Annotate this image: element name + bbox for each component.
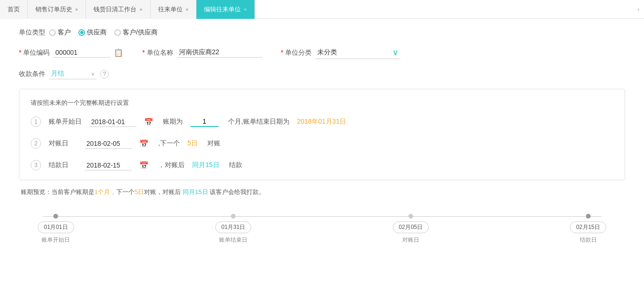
timeline-node-1-dot: [53, 214, 58, 219]
timeline-node-3-dot: [408, 214, 413, 219]
payment-condition-dropdown[interactable]: 月结 ∨: [49, 68, 96, 79]
unit-type-row: 单位类型 客户 供应商 客户/供应商: [19, 28, 625, 37]
payment-condition-label: 收款条件: [19, 70, 45, 78]
step-1-period-input[interactable]: [190, 117, 219, 127]
radio-supplier-label: 供应商: [87, 28, 107, 37]
timeline-node-3-badge: 02月05日: [393, 221, 429, 233]
unit-category-arrow: ∨: [392, 47, 398, 58]
tab-partner-list-label: 往来单位: [158, 5, 183, 14]
step-2-desc-prefix: ,下一个: [158, 139, 180, 148]
payment-condition-row: 收款条件 月结 ∨ ?: [19, 68, 625, 79]
step-1-row: 1 账单开始日 📅 账期为 个月,账单结束日期为 2018年01月31日: [31, 117, 613, 127]
unit-category-value: 未分类: [317, 48, 392, 57]
timeline-node-2-badge: 01月31日: [215, 221, 252, 233]
preview-highlight3: 同月15日: [183, 188, 208, 195]
radio-supplier-circle: [78, 29, 85, 36]
step-2-desc-suffix: 对账: [207, 139, 220, 148]
unit-name-field: 单位名称: [142, 48, 262, 58]
tab-edit-partner-close[interactable]: ×: [244, 7, 246, 12]
radio-group: 客户 供应商 客户/供应商: [49, 28, 158, 37]
timeline-node-1: 01月01日 账单开始日: [38, 206, 74, 244]
payment-condition-field: 收款条件 月结 ∨ ?: [19, 68, 109, 79]
unit-type-label: 单位类型: [19, 28, 45, 37]
radio-customer-label: 客户: [58, 28, 71, 37]
radio-both-circle: [114, 29, 121, 36]
unit-category-field: 单位分类 未分类 ∨: [281, 46, 400, 59]
timeline-node-4-dot: [586, 214, 591, 219]
main-content: 单位类型 客户 供应商 客户/供应商 单位编码 📋: [0, 19, 644, 287]
step-2-highlight: 5日: [187, 139, 198, 148]
payment-condition-value: 月结: [51, 69, 89, 78]
unit-category-label: 单位分类: [281, 49, 312, 57]
unit-code-field: 单位编码 📋: [19, 48, 123, 58]
tab-home[interactable]: 首页: [0, 0, 28, 19]
timeline-node-3: 02月05日 对账日: [393, 206, 429, 244]
radio-both[interactable]: 客户/供应商: [114, 28, 158, 37]
step-2-label: 对账日: [49, 139, 77, 148]
step-2-num: 2: [31, 138, 41, 149]
preview-highlight1: 1个月，: [94, 188, 116, 195]
tab-edit-partner[interactable]: 编辑往来单位 ×: [196, 0, 254, 19]
tab-sales-history-label: 销售订单历史: [35, 5, 72, 14]
radio-supplier[interactable]: 供应商: [78, 28, 107, 37]
radio-both-label: 客户/供应商: [123, 28, 158, 37]
unit-code-icon[interactable]: 📋: [114, 48, 123, 57]
tab-sales-history-close[interactable]: ×: [75, 7, 78, 12]
timeline-node-2-dot: [231, 214, 236, 219]
preview-middle: 下一个: [116, 188, 135, 195]
timeline-node-2: 01月31日 账单结束日: [215, 206, 252, 244]
preview-section: 账期预览：当前客户账期是1个月，下一个5日对账，对账后 同月15日 该客户会给我…: [19, 188, 625, 196]
step-2-cal-icon[interactable]: 📅: [139, 139, 149, 148]
step-3-cal-icon[interactable]: 📅: [139, 161, 149, 170]
help-icon[interactable]: ?: [100, 70, 109, 78]
preview-after: 对账，对账后: [144, 188, 181, 195]
timeline-node-1-label: 账单开始日: [42, 236, 70, 244]
step-2-row: 2 对账日 📅 ,下一个5日 对账: [31, 138, 613, 149]
step-3-desc-prefix: ，对账后: [158, 161, 185, 169]
unit-code-input[interactable]: [53, 48, 110, 58]
step-3-highlight: 同月15日: [192, 161, 220, 169]
tab-sales-history[interactable]: 销售订单历史 ×: [28, 0, 86, 19]
timeline-node-1-badge: 01月01日: [38, 221, 74, 233]
step-1-period-end-date: 2018年01月31日: [297, 118, 346, 126]
unit-name-input[interactable]: [177, 48, 262, 58]
tab-partner-list[interactable]: 往来单位 ×: [151, 0, 196, 19]
step-1-label: 账单开始日: [49, 118, 82, 126]
step-1-period-label: 账期为: [163, 118, 183, 126]
unit-type-field: 单位类型 客户 供应商 客户/供应商: [19, 28, 158, 37]
step-1-num: 1: [31, 117, 41, 127]
tab-home-label: 首页: [8, 5, 20, 14]
timeline-node-4-label: 结款日: [580, 236, 597, 244]
tab-partner-list-close[interactable]: ×: [186, 7, 188, 12]
timeline-nodes: 01月01日 账单开始日 01月31日 账单结束日 02月05日 对账日 02月…: [38, 206, 606, 244]
step-2-date[interactable]: [85, 139, 132, 149]
preview-highlight2: 5日: [135, 188, 144, 195]
unit-name-label: 单位名称: [142, 49, 173, 57]
payment-condition-arrow: ∨: [91, 71, 94, 76]
step-1-date[interactable]: [89, 117, 136, 127]
step-3-row: 3 结款日 📅 ，对账后同月15日 结款: [31, 160, 613, 170]
timeline-wrapper: 01月01日 账单开始日 01月31日 账单结束日 02月05日 对账日 02月…: [19, 206, 625, 244]
step-3-num: 3: [31, 160, 41, 170]
step-1-cal-icon[interactable]: 📅: [144, 118, 153, 127]
tab-cash-daily-close[interactable]: ×: [139, 7, 142, 12]
section-title: 请按照未来的一个完整帐期进行设置: [31, 99, 613, 107]
timeline-node-2-label: 账单结束日: [219, 236, 247, 244]
step-3-date[interactable]: [85, 160, 132, 170]
step-3-label: 结款日: [49, 161, 77, 169]
radio-customer-circle: [49, 29, 56, 36]
timeline-node-4-badge: 02月15日: [570, 221, 606, 233]
step-1-period-unit: 个月,账单结束日期为: [228, 118, 289, 126]
radio-customer[interactable]: 客户: [49, 28, 71, 37]
tab-bar: 首页 销售订单历史 × 钱货日清工作台 × 往来单位 × 编辑往来单位 × ›: [0, 0, 644, 19]
tab-cash-daily[interactable]: 钱货日清工作台 ×: [86, 0, 150, 19]
unit-info-row: 单位编码 📋 单位名称 单位分类 未分类 ∨: [19, 46, 625, 59]
unit-category-select[interactable]: 未分类 ∨: [315, 46, 400, 59]
timeline-node-3-label: 对账日: [402, 236, 419, 244]
tab-cash-daily-label: 钱货日清工作台: [93, 5, 136, 14]
tab-more-arrow[interactable]: ›: [633, 6, 644, 13]
preview-suffix: 该客户会给我打款。: [210, 188, 265, 195]
preview-prefix: 账期预览：当前客户账期是: [21, 188, 94, 195]
timeline-node-4: 02月15日 结款日: [570, 206, 606, 244]
unit-code-label: 单位编码: [19, 49, 50, 57]
